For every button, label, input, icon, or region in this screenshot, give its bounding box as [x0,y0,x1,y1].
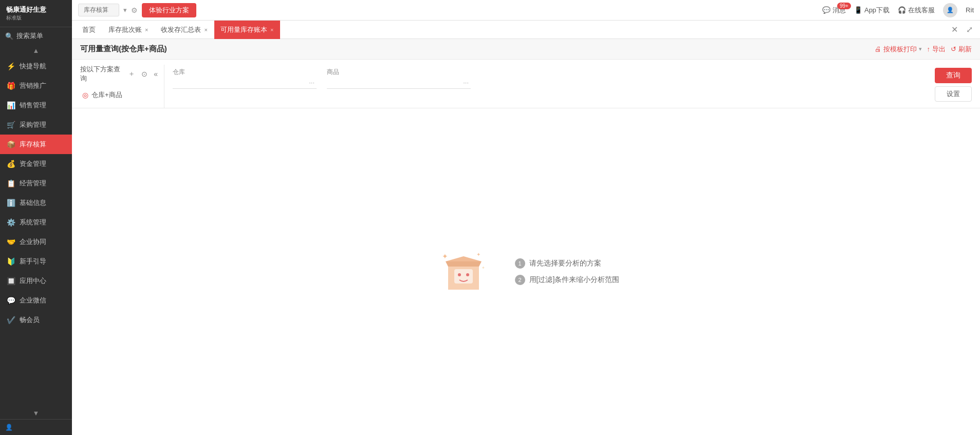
query-button[interactable]: 查询 [935,68,972,83]
settings-button[interactable]: 设置 [935,86,972,102]
sidebar-footer[interactable]: 👤 [0,419,72,435]
search-menu[interactable]: 🔍 搜索菜单 [0,27,72,45]
operation-icon: 📋 [6,179,15,187]
warehouse-filter-label: 仓库 [173,68,317,77]
print-button[interactable]: 🖨 按模板打印 ▾ [875,45,922,54]
service-icon: 🎧 [898,6,906,14]
sidebar-item-label: 企业协同 [20,237,46,247]
tab-summary-close-icon[interactable]: × [204,27,207,33]
breadcrumb-chevron-icon[interactable]: ▾ [123,6,127,14]
filter-area: 按以下方案查询 ＋ ⊙ « ◎ 仓库+商品 仓库 · [72,60,980,108]
system-icon: ⚙️ [6,218,15,226]
settings-icon[interactable]: ⚙ [131,6,138,14]
warehouse-dots-button[interactable]: ··· [307,79,317,86]
svg-point-4 [458,273,461,276]
sidebar-item-label: 库存核算 [20,140,46,149]
topbar: 库存核算 ▾ ⚙ 体验行业方案 💬 消息 99+ 📱 App下载 🎧 在线客服 … [72,0,980,21]
online-service-button[interactable]: 🎧 在线客服 [898,6,935,15]
warehouse-filter-field: 仓库 ··· [173,68,317,89]
warehouse-input-row: ··· [173,79,317,89]
sidebar-item-operation[interactable]: 📋 经营管理 [0,174,72,193]
sidebar-scroll-down[interactable]: ▼ [0,407,72,419]
sidebar-item-label: 经营管理 [20,179,46,188]
sidebar-item-enterprise-wechat[interactable]: 💬 企业微信 [0,291,72,310]
tab-batch-close-icon[interactable]: × [145,27,148,33]
sidebar-item-label: 采购管理 [20,120,46,129]
tab-summary[interactable]: 收发存汇总表 × [155,21,214,39]
sales-icon: 📊 [6,101,15,109]
sidebar-item-vip[interactable]: ✔️ 畅会员 [0,310,72,330]
empty-text-area: 1 请先选择要分析的方案 2 用[过滤]条件来缩小分析范围 [515,258,620,285]
sidebar-item-basic[interactable]: ℹ️ 基础信息 [0,193,72,213]
tab-home[interactable]: 首页 [76,21,102,39]
page-content: 可用量查询(按仓库+商品) 🖨 按模板打印 ▾ ↑ 导出 ↺ 刷新 [72,39,980,435]
tabs-bar: 首页 库存批次账 × 收发存汇总表 × 可用量库存账本 × ✕ ⤢ [72,21,980,39]
sidebar-item-newbie[interactable]: 🔰 新手引导 [0,252,72,271]
filter-sidebar-header: 按以下方案查询 ＋ ⊙ « [80,65,160,87]
inventory-icon: 📦 [6,140,15,148]
step-1-circle: 1 [515,258,525,269]
sidebar-item-label: 新手引导 [20,257,46,266]
sidebar-item-label: 销售管理 [20,101,46,110]
refresh-button[interactable]: ↺ 刷新 [951,45,972,54]
breadcrumb: 库存核算 [78,4,119,16]
product-dots-button[interactable]: ··· [461,79,471,86]
print-chevron-icon: ▾ [919,46,922,52]
export-button[interactable]: ↑ 导出 [927,45,946,54]
avatar-placeholder: 👤 [947,7,954,13]
product-filter-field: 商品 ··· [327,68,471,89]
refresh-icon: ↺ [951,45,956,53]
topbar-right: 💬 消息 99+ 📱 App下载 🎧 在线客服 👤 Rit [822,3,974,17]
svg-point-5 [466,273,469,276]
tab-batch-label: 库存批次账 [108,25,142,34]
finance-icon: 💰 [6,160,15,168]
page-header-actions: 🖨 按模板打印 ▾ ↑ 导出 ↺ 刷新 [875,45,972,54]
vip-icon: ✔️ [6,316,15,324]
trial-button[interactable]: 体验行业方案 [142,3,196,17]
tabs-actions: ✕ ⤢ [948,24,976,35]
sidebar-scroll-up[interactable]: ▲ [0,45,72,56]
sidebar-item-label: 系统管理 [20,218,46,227]
export-label: 导出 [932,45,946,54]
sidebar-item-inventory[interactable]: 📦 库存核算 [0,135,72,154]
message-button[interactable]: 💬 消息 99+ [822,6,846,15]
sidebar-nav: ⚡ 快捷导航 🎁 营销推广 📊 销售管理 🛒 采购管理 📦 库存核算 💰 资金管… [0,56,72,407]
sidebar-item-enterprise[interactable]: 🤝 企业协同 [0,232,72,252]
page-title: 可用量查询(按仓库+商品) [80,44,167,54]
sidebar-item-marketing[interactable]: 🎁 营销推广 [0,76,72,96]
tab-batch[interactable]: 库存批次账 × [102,21,155,39]
sidebar-item-finance[interactable]: 💰 资金管理 [0,154,72,174]
app-download-button[interactable]: 📱 App下载 [854,6,890,15]
sidebar-item-label: 资金管理 [20,159,46,168]
enterprise-icon: 🤝 [6,238,15,246]
tab-available[interactable]: 可用量库存账本 × [214,21,280,39]
sidebar-item-purchase[interactable]: 🛒 采购管理 [0,115,72,135]
warehouse-input[interactable] [173,79,307,86]
filter-add-button[interactable]: ＋ [126,68,137,80]
username: Rit [966,6,974,14]
sidebar-item-system[interactable]: ⚙️ 系统管理 [0,213,72,232]
query-btn-area: 查询 设置 [927,65,980,108]
sidebar-item-quick-nav[interactable]: ⚡ 快捷导航 [0,56,72,76]
filter-main: 仓库 ··· 商品 ··· [164,65,927,108]
filter-setting-button[interactable]: ⊙ [139,69,150,79]
sidebar-item-app-center[interactable]: 🔲 应用中心 [0,271,72,291]
sidebar-footer-icon: 👤 [5,424,13,431]
svg-marker-1 [446,261,482,267]
empty-step-2-text: 用[过滤]条件来缩小分析范围 [529,275,620,285]
product-input[interactable] [327,79,461,86]
filter-sidebar-actions: ＋ ⊙ « [126,68,160,80]
enterprise-wechat-icon: 💬 [6,296,15,305]
filter-collapse-button[interactable]: « [152,69,160,79]
service-label: 在线客服 [908,6,935,15]
sidebar-item-label: 应用中心 [20,276,46,286]
svg-text:✦: ✦ [442,252,448,260]
empty-step-2: 2 用[过滤]条件来缩小分析范围 [515,275,620,285]
filter-scheme-item[interactable]: ◎ 仓库+商品 [80,87,160,103]
filter-sidebar-title: 按以下方案查询 [80,65,123,83]
close-tab-button[interactable]: ✕ [948,24,961,35]
tab-available-close-icon[interactable]: × [270,27,273,33]
avatar: 👤 [943,3,957,17]
maximize-tab-button[interactable]: ⤢ [963,24,976,35]
sidebar-item-sales[interactable]: 📊 销售管理 [0,96,72,115]
